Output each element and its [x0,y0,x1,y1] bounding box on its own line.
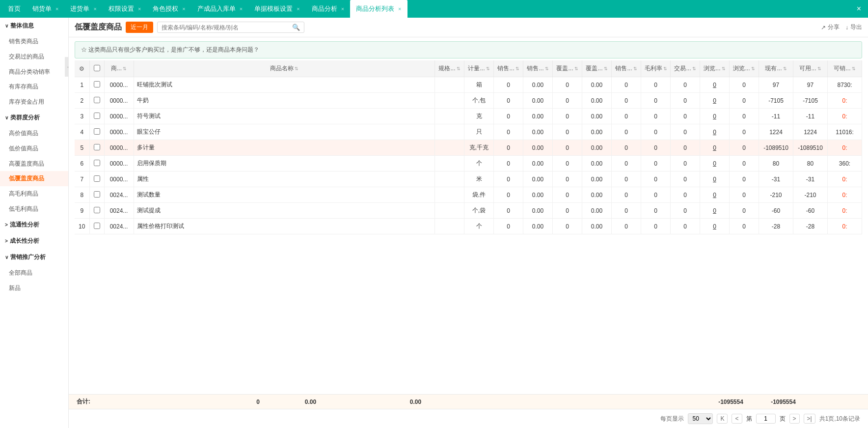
prev-page-button[interactable]: < [732,414,742,424]
sidebar-item-sales-goods[interactable]: 销售类商品 [0,34,68,49]
col-unit[interactable]: 计量...⇅ [464,60,494,77]
col-saleable[interactable]: 可销...⇅ [828,60,862,77]
sidebar-section-cluster[interactable]: ∨ 类群度分析 [0,110,68,126]
page-size-label: 每页显示 [660,415,684,423]
page-size-select[interactable]: 50 100 200 [688,413,713,424]
col-sales3[interactable]: 销售...⇅ [612,60,641,77]
row-sales-qty: 0 [494,93,523,109]
row-margin: 0 [641,124,671,140]
row-sales-amt: 0.00 [523,219,553,234]
sidebar-item-high-coverage[interactable]: 高覆盖度商品 [0,156,68,171]
sidebar-collapse-button[interactable]: « [65,57,69,77]
nav-permissions[interactable]: 权限设置 × [103,0,147,18]
col-settings[interactable]: ⚙ [75,60,89,77]
col-sales-qty[interactable]: 销售...⇅ [494,60,523,77]
row-unit: 克,千克 [464,140,494,156]
sidebar-item-low-value[interactable]: 低价值商品 [0,141,68,156]
row-checkbox[interactable] [89,77,104,93]
sidebar-item-traded-goods[interactable]: 交易过的商品 [0,49,68,64]
sidebar-item-new-goods[interactable]: 新品 [0,281,68,296]
next-page-button[interactable]: > [789,414,800,424]
row-browse1[interactable]: 0 [700,77,730,93]
row-checkbox[interactable] [89,109,104,124]
nav-roles[interactable]: 角色授权 × [147,0,191,18]
row-browse1[interactable]: 0 [700,219,730,234]
share-button[interactable]: ↗ 分享 [821,23,840,31]
page-number-input[interactable]: 1 [756,414,776,424]
search-input[interactable] [162,24,290,31]
close-icon[interactable]: × [240,0,243,18]
export-button[interactable]: ↓ 导出 [845,23,862,31]
first-page-button[interactable]: K [717,414,728,424]
row-checkbox[interactable] [89,203,104,219]
sidebar-item-low-margin[interactable]: 低毛利商品 [0,201,68,217]
nav-sales[interactable]: 销货单 × [27,0,64,18]
nav-home[interactable]: 首页 [2,0,27,18]
sidebar-section-growth[interactable]: > 成长性分析 [0,233,68,249]
date-filter-button[interactable]: 近一月 [126,22,153,33]
share-icon: ↗ [821,24,826,31]
select-all-checkbox[interactable] [94,65,100,71]
close-icon[interactable]: × [55,0,58,18]
nav-templates[interactable]: 单据模板设置 × [248,0,305,18]
col-spec[interactable]: 规格...⇅ [435,60,464,77]
sidebar-section-flow-label: 流通性分析 [10,221,39,229]
sidebar-item-all-goods[interactable]: 全部商品 [0,265,68,281]
nav-product-analysis-list[interactable]: 商品分析列表 × [350,0,407,18]
row-checkbox[interactable] [89,124,104,140]
row-browse1[interactable]: 0 [700,156,730,171]
row-checkbox[interactable] [89,187,104,203]
row-browse1[interactable]: 0 [700,140,730,156]
sidebar-item-inventory-capital[interactable]: 库存资金占用 [0,94,68,110]
row-sales3: 0 [612,140,641,156]
row-checkbox[interactable] [89,171,104,187]
sidebar-item-stocked-goods[interactable]: 有库存商品 [0,79,68,94]
nav-permissions-label: 权限设置 [108,0,134,18]
nav-product-analysis[interactable]: 商品分析 × [306,0,350,18]
col-margin[interactable]: 毛利率⇅ [641,60,671,77]
row-browse1[interactable]: 0 [700,187,730,203]
close-icon[interactable]: × [341,0,344,18]
col-browse2[interactable]: 浏览...⇅ [730,60,759,77]
sidebar-section-marketing[interactable]: ∨ 营销推广分析 [0,249,68,265]
col-cover1[interactable]: 覆盖...⇅ [553,60,582,77]
table-row: 3 0000... 符号测试 克 0 0.00 0 0.00 0 0 0 0 0… [75,109,862,124]
col-available[interactable]: 可用...⇅ [793,60,828,77]
close-icon[interactable]: × [297,0,299,18]
col-name[interactable]: 商品名称⇅ [134,60,435,77]
close-icon[interactable]: × [182,0,185,18]
row-browse1[interactable]: 0 [700,93,730,109]
col-trade[interactable]: 交易...⇅ [671,60,700,77]
row-checkbox[interactable] [89,156,104,171]
row-unit: 个 [464,156,494,171]
sidebar-item-low-coverage[interactable]: 低覆盖度商品 [0,171,68,186]
row-browse1[interactable]: 0 [700,124,730,140]
sidebar-item-high-margin[interactable]: 高毛利商品 [0,186,68,201]
last-page-button[interactable]: >| [804,414,815,424]
row-sales3: 0 [612,93,641,109]
col-code[interactable]: 商...⇅ [104,60,134,77]
sidebar-item-category-rate[interactable]: 商品分类动销率 [0,64,68,80]
close-icon[interactable]: × [138,0,141,18]
header-actions: ↗ 分享 ↓ 导出 [821,23,862,31]
close-all-button[interactable]: × [852,0,866,18]
sidebar-section-flow[interactable]: > 流通性分析 [0,217,68,233]
row-browse1[interactable]: 0 [700,109,730,124]
col-cover2[interactable]: 覆盖...⇅ [582,60,612,77]
nav-products[interactable]: 产成品入库单 × [191,0,248,18]
table-row: 8 0024... 测试数量 袋,件 0 0.00 0 0.00 0 0 0 0… [75,187,862,203]
col-current[interactable]: 现有...⇅ [759,60,793,77]
col-sales-amt[interactable]: 销售...⇅ [523,60,553,77]
row-sales-amt: 0.00 [523,124,553,140]
row-browse1[interactable]: 0 [700,171,730,187]
row-checkbox[interactable] [89,140,104,156]
close-icon[interactable]: × [93,0,96,18]
row-browse1[interactable]: 0 [700,203,730,219]
close-icon[interactable]: × [398,0,401,18]
sidebar-item-high-value[interactable]: 高价值商品 [0,126,68,141]
row-checkbox[interactable] [89,219,104,234]
sidebar-section-overall[interactable]: ∨ 整体信息 [0,18,68,34]
nav-purchase[interactable]: 进货单 × [64,0,102,18]
row-checkbox[interactable] [89,93,104,109]
col-browse1[interactable]: 浏览...⇅ [700,60,730,77]
